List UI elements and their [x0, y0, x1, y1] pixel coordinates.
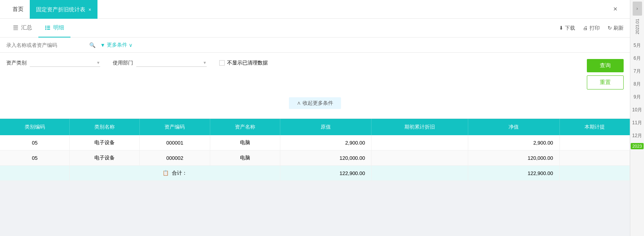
svg-rect-6: [47, 27, 50, 28]
total-current-depreciation: [559, 166, 630, 181]
download-icon: ⬇: [559, 25, 563, 31]
reset-button[interactable]: 重置: [587, 75, 624, 89]
col-net-value: 净值: [468, 119, 560, 135]
total-net-value: 122,900.00: [468, 166, 560, 181]
asset-category-select[interactable]: ▼: [30, 59, 100, 67]
collapse-label: 收起更多条件: [303, 100, 333, 106]
filter-icon: ▼: [100, 42, 105, 48]
table-row: 05 电子设备 000002 电脑 120,000.00 120,000.00: [0, 150, 630, 166]
total-accumulated-depreciation: [372, 166, 468, 181]
download-button[interactable]: ⬇ 下载: [559, 25, 575, 32]
asset-category-label: 资产类别: [6, 59, 27, 66]
more-filters-button[interactable]: ▼ 更多条件 ∨: [100, 41, 133, 48]
search-icon[interactable]: 🔍: [89, 42, 96, 48]
print-button[interactable]: 🖨 打印: [583, 25, 600, 32]
year-badge[interactable]: 2023: [631, 143, 643, 149]
total-original-value: 122,900.00: [280, 166, 372, 181]
cell-asset-code: 000001: [140, 135, 210, 150]
refresh-button[interactable]: ↻ 刷新: [608, 25, 624, 32]
tab-detail[interactable]: 明细: [38, 19, 70, 38]
tab-detail-label: 明细: [53, 24, 64, 31]
collapse-button[interactable]: ∧ 收起更多条件: [6, 94, 624, 112]
cell-current-depreciation: [559, 150, 630, 166]
list-icon: [45, 25, 51, 31]
cell-original-value: 120,000.00: [280, 150, 372, 166]
svg-point-7: [45, 29, 47, 30]
cell-asset-name: 电脑: [210, 150, 280, 166]
search-input[interactable]: [6, 42, 85, 48]
month-6[interactable]: 6月: [630, 52, 644, 65]
cell-accumulated-depreciation: [372, 150, 468, 166]
date-display: 2023.01: [634, 17, 640, 36]
cell-asset-code: 000002: [140, 150, 210, 166]
nav-home[interactable]: 首页: [6, 6, 30, 13]
asset-category-filter: 资产类别 ▼: [6, 59, 100, 67]
refresh-label: 刷新: [613, 25, 624, 32]
download-label: 下载: [565, 25, 575, 32]
cell-category-code: 05: [0, 150, 70, 166]
month-11[interactable]: 11月: [630, 116, 644, 129]
chevron-down-icon: ∨: [129, 42, 133, 48]
sum-icon: 📋: [162, 170, 169, 176]
total-label: 📋 合计：: [70, 166, 280, 181]
chevron-down-icon: ▼: [203, 61, 207, 65]
tab-close-icon[interactable]: ×: [88, 7, 91, 13]
col-original-value: 原值: [280, 119, 372, 135]
month-10[interactable]: 10月: [630, 104, 644, 116]
window-close-icon[interactable]: ×: [607, 5, 624, 13]
month-5[interactable]: 5月: [630, 39, 644, 52]
tab-label: 固定资产折旧统计表: [36, 6, 85, 13]
month-8[interactable]: 8月: [630, 78, 644, 91]
cell-original-value: 2,900.00: [280, 135, 372, 150]
department-filter: 使用部门 ▼: [113, 59, 207, 67]
cell-asset-name: 电脑: [210, 135, 280, 150]
svg-rect-4: [47, 26, 50, 27]
data-table: 类别编码 类别名称 资产编码 资产名称 原值 期初累计折旧 净值 本期计提 05…: [0, 119, 630, 236]
total-icon-cell: [0, 166, 70, 181]
tab-summary[interactable]: 汇总: [6, 19, 38, 38]
sidebar-expand-arrow[interactable]: ›: [633, 2, 642, 16]
month-12[interactable]: 12月: [630, 129, 644, 142]
svg-rect-8: [47, 29, 50, 30]
query-button[interactable]: 查询: [587, 59, 624, 72]
month-7[interactable]: 7月: [630, 65, 644, 78]
print-icon: 🖨: [583, 25, 588, 31]
chevron-down-icon: ▼: [96, 61, 100, 65]
tab-summary-label: 汇总: [21, 24, 32, 31]
col-current-depreciation: 本期计提: [559, 119, 630, 135]
svg-point-3: [45, 25, 47, 27]
active-tab[interactable]: 固定资产折旧统计表 ×: [30, 0, 97, 19]
cell-category-code: 05: [0, 135, 70, 150]
col-category-code: 类别编码: [0, 119, 70, 135]
layers-icon: [13, 25, 19, 31]
cell-category-name: 电子设备: [70, 135, 140, 150]
hide-cleared-label: 不显示已清理数据: [227, 59, 268, 66]
cell-accumulated-depreciation: [372, 135, 468, 150]
month-9[interactable]: 9月: [630, 91, 644, 104]
refresh-icon: ↻: [608, 25, 612, 31]
col-asset-name: 资产名称: [210, 119, 280, 135]
department-select[interactable]: ▼: [136, 59, 207, 67]
hide-cleared-filter[interactable]: 不显示已清理数据: [219, 59, 268, 66]
hide-cleared-checkbox[interactable]: [219, 60, 225, 66]
print-label: 打印: [590, 25, 600, 32]
department-label: 使用部门: [113, 59, 133, 66]
right-sidebar: › 2023.01 5月 6月 7月 8月 9月 10月 11月 12月 202…: [630, 0, 644, 236]
filter-label: 更多条件: [107, 41, 127, 48]
col-asset-code: 资产编码: [140, 119, 210, 135]
cell-net-value: 2,900.00: [468, 135, 560, 150]
cell-category-name: 电子设备: [70, 150, 140, 166]
table-total-row: 📋 合计： 122,900.00 122,900.00: [0, 166, 630, 181]
svg-rect-2: [13, 29, 18, 30]
col-category-name: 类别名称: [70, 119, 140, 135]
svg-rect-1: [13, 27, 18, 29]
col-accumulated-depreciation: 期初累计折旧: [372, 119, 468, 135]
collapse-up-icon: ∧: [297, 100, 303, 106]
table-row: 05 电子设备 000001 电脑 2,900.00 2,900.00: [0, 135, 630, 150]
cell-current-depreciation: [559, 135, 630, 150]
svg-point-5: [45, 27, 47, 28]
cell-net-value: 120,000.00: [468, 150, 560, 166]
svg-rect-0: [13, 25, 18, 27]
